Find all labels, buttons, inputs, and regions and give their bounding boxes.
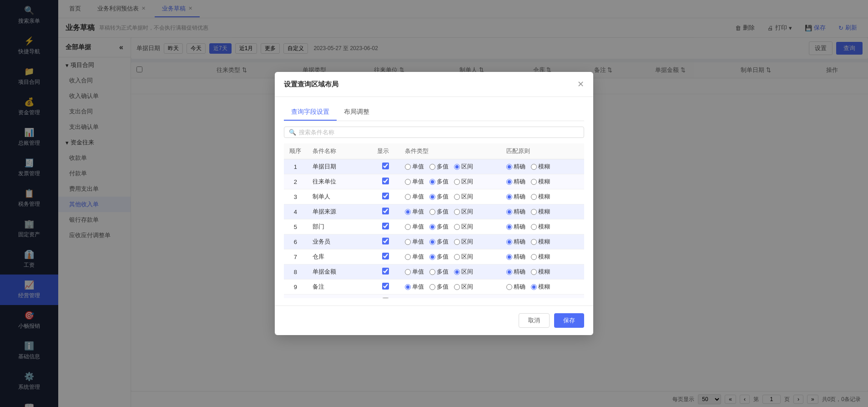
single-value-radio-label[interactable]: 单值	[405, 283, 424, 291]
show-checkbox[interactable]	[382, 178, 389, 184]
exact-match-radio[interactable]	[506, 224, 512, 230]
single-value-radio[interactable]	[405, 284, 411, 290]
single-value-radio[interactable]	[405, 164, 411, 170]
multi-value-radio[interactable]	[429, 179, 435, 185]
exact-match-radio-label[interactable]: 精确	[506, 208, 525, 216]
single-value-radio[interactable]	[405, 209, 411, 215]
multi-value-radio[interactable]	[429, 224, 435, 230]
multi-value-radio[interactable]	[429, 254, 435, 260]
exact-match-radio-label[interactable]: 精确	[506, 238, 525, 246]
exact-match-radio[interactable]	[506, 164, 512, 170]
range-value-radio-label[interactable]: 区间	[454, 253, 473, 261]
multi-value-radio-label[interactable]: 多值	[429, 223, 449, 231]
exact-match-radio-label[interactable]: 精确	[506, 268, 525, 276]
single-value-radio[interactable]	[405, 194, 411, 200]
range-value-radio[interactable]	[454, 284, 460, 290]
fuzzy-match-radio[interactable]	[531, 254, 537, 260]
fuzzy-match-radio-label[interactable]: 模糊	[531, 223, 550, 231]
fuzzy-match-radio-label[interactable]: 模糊	[531, 238, 550, 246]
fuzzy-match-radio-label[interactable]: 模糊	[531, 193, 550, 201]
range-value-radio[interactable]	[454, 254, 460, 260]
fuzzy-match-radio[interactable]	[531, 194, 537, 200]
show-checkbox[interactable]	[382, 298, 389, 298]
fuzzy-match-radio-label[interactable]: 模糊	[531, 298, 550, 298]
fuzzy-match-radio-label[interactable]: 模糊	[531, 268, 550, 276]
show-checkbox[interactable]	[382, 193, 389, 199]
exact-match-radio[interactable]	[506, 194, 512, 200]
cancel-button[interactable]: 取消	[519, 313, 550, 328]
multi-value-radio-label[interactable]: 多值	[429, 268, 449, 276]
exact-match-radio-label[interactable]: 精确	[506, 283, 525, 291]
fuzzy-match-radio[interactable]	[531, 269, 537, 275]
exact-match-radio-label[interactable]: 精确	[506, 163, 525, 171]
multi-value-radio[interactable]	[429, 164, 435, 170]
fuzzy-match-radio[interactable]	[531, 239, 537, 245]
exact-match-radio-label[interactable]: 精确	[506, 193, 525, 201]
single-value-radio-label[interactable]: 单值	[405, 208, 424, 216]
single-value-radio[interactable]	[405, 239, 411, 245]
multi-value-radio-label[interactable]: 多值	[429, 208, 449, 216]
single-value-radio[interactable]	[405, 179, 411, 185]
range-value-radio-label[interactable]: 区间	[454, 283, 473, 291]
exact-match-radio-label[interactable]: 精确	[506, 253, 525, 261]
range-value-radio-label[interactable]: 区间	[454, 193, 473, 201]
single-value-radio-label[interactable]: 单值	[405, 298, 424, 298]
single-value-radio[interactable]	[405, 254, 411, 260]
single-value-radio-label[interactable]: 单值	[405, 253, 424, 261]
multi-value-radio-label[interactable]: 多值	[429, 163, 449, 171]
multi-value-radio-label[interactable]: 多值	[429, 193, 449, 201]
single-value-radio[interactable]	[405, 269, 411, 275]
show-checkbox[interactable]	[382, 238, 389, 244]
exact-match-radio[interactable]	[506, 179, 512, 185]
range-value-radio-label[interactable]: 区间	[454, 298, 473, 298]
single-value-radio-label[interactable]: 单值	[405, 268, 424, 276]
single-value-radio-label[interactable]: 单值	[405, 223, 424, 231]
show-checkbox[interactable]	[382, 268, 389, 275]
multi-value-radio-label[interactable]: 多值	[429, 283, 449, 291]
single-value-radio[interactable]	[405, 224, 411, 230]
single-value-radio-label[interactable]: 单值	[405, 193, 424, 201]
exact-match-radio[interactable]	[506, 269, 512, 275]
show-checkbox[interactable]	[382, 253, 389, 259]
exact-match-radio-label[interactable]: 精确	[506, 298, 525, 298]
multi-value-radio-label[interactable]: 多值	[429, 298, 449, 298]
single-value-radio-label[interactable]: 单值	[405, 163, 424, 171]
range-value-radio[interactable]	[454, 209, 460, 215]
multi-value-radio[interactable]	[429, 284, 435, 290]
range-value-radio[interactable]	[454, 269, 460, 275]
modal-tab-layout[interactable]: 布局调整	[337, 104, 377, 121]
exact-match-radio[interactable]	[506, 209, 512, 215]
exact-match-radio[interactable]	[506, 254, 512, 260]
save-modal-button[interactable]: 保存	[554, 313, 584, 328]
show-checkbox[interactable]	[382, 163, 389, 169]
range-value-radio-label[interactable]: 区间	[454, 223, 473, 231]
fuzzy-match-radio[interactable]	[531, 284, 537, 290]
modal-tab-query[interactable]: 查询字段设置	[284, 104, 337, 121]
fuzzy-match-radio-label[interactable]: 模糊	[531, 253, 550, 261]
multi-value-radio[interactable]	[429, 194, 435, 200]
fuzzy-match-radio[interactable]	[531, 164, 537, 170]
range-value-radio-label[interactable]: 区间	[454, 208, 473, 216]
range-value-radio[interactable]	[454, 164, 460, 170]
fuzzy-match-radio-label[interactable]: 模糊	[531, 163, 550, 171]
show-checkbox[interactable]	[382, 208, 389, 214]
fuzzy-match-radio[interactable]	[531, 179, 537, 185]
range-value-radio[interactable]	[454, 179, 460, 185]
range-value-radio-label[interactable]: 区间	[454, 238, 473, 246]
range-value-radio-label[interactable]: 区间	[454, 268, 473, 276]
range-value-radio[interactable]	[454, 224, 460, 230]
fuzzy-match-radio[interactable]	[531, 209, 537, 215]
show-checkbox[interactable]	[382, 223, 389, 229]
multi-value-radio-label[interactable]: 多值	[429, 178, 449, 186]
fuzzy-match-radio-label[interactable]: 模糊	[531, 178, 550, 186]
range-value-radio[interactable]	[454, 194, 460, 200]
modal-close-button[interactable]: ✕	[577, 79, 584, 89]
range-value-radio-label[interactable]: 区间	[454, 178, 473, 186]
range-value-radio-label[interactable]: 区间	[454, 163, 473, 171]
multi-value-radio[interactable]	[429, 269, 435, 275]
multi-value-radio[interactable]	[429, 209, 435, 215]
fuzzy-match-radio[interactable]	[531, 224, 537, 230]
exact-match-radio-label[interactable]: 精确	[506, 223, 525, 231]
show-checkbox[interactable]	[382, 283, 389, 290]
exact-match-radio-label[interactable]: 精确	[506, 178, 525, 186]
